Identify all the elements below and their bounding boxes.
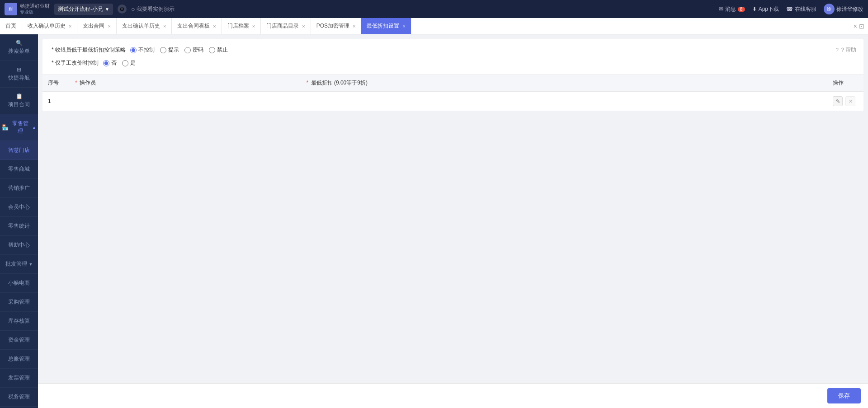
policy-no-control-input[interactable] [130, 47, 137, 53]
sidebar-member-center-label: 会员中心 [8, 203, 30, 211]
sidebar-search-label: 搜索菜单 [8, 47, 30, 55]
tab-payment-board-close[interactable]: × [213, 23, 216, 29]
tab-store-file[interactable]: 门店档案 × [222, 18, 261, 34]
message-icon: ✉ [719, 6, 723, 12]
sidebar-item-invoice-mgmt[interactable]: 发票管理 [0, 369, 38, 388]
tab-income-confirm[interactable]: 收入确认单历史 × [22, 18, 77, 34]
manual-no[interactable]: 否 [103, 59, 117, 67]
policy-forbidden[interactable]: 禁止 [209, 46, 228, 54]
logo-text-1: 畅捷通好业财 [20, 3, 50, 9]
tab-expand-icon[interactable]: ⊡ [859, 23, 864, 30]
top-bar-right: ✉ 消息 8 ⬇ App下载 ☎ 在线客服 徐 徐泽华修改 [719, 4, 863, 14]
sidebar-item-marketing[interactable]: 营销推广 [0, 179, 38, 198]
cell-operator [70, 92, 301, 111]
tab-payment-confirm-close[interactable]: × [163, 23, 166, 29]
policy-no-control[interactable]: 不控制 [130, 46, 155, 54]
policy-password-input[interactable] [184, 47, 191, 53]
tab-store-product-label: 门店商品目录 [266, 22, 299, 30]
policy-radio-group: 不控制 提示 密码 禁 [130, 46, 228, 54]
sidebar-help-center-label: 帮助中心 [8, 241, 30, 249]
sidebar-item-retail-mgmt[interactable]: 🏪 零售管理 ▲ [0, 114, 38, 141]
tab-income-confirm-close[interactable]: × [69, 23, 71, 29]
sidebar-item-member-center[interactable]: 会员中心 [0, 198, 38, 217]
form-section: * 收银员低于最低折扣控制策略 不控制 提示 [42, 39, 863, 75]
manual-yes-input[interactable] [122, 60, 128, 66]
messages-item[interactable]: ✉ 消息 8 [719, 5, 745, 13]
tab-store-product[interactable]: 门店商品目录 × [261, 18, 311, 34]
sidebar-tax-mgmt-label: 税务管理 [8, 393, 30, 401]
tab-payment-confirm-label: 支出确认单历史 [122, 22, 160, 30]
sidebar-item-retail-stats[interactable]: 零售统计 [0, 217, 38, 236]
data-table: 序号 * 操作员 * 最低折扣 (9.00等于9折) 操作 [42, 75, 863, 111]
sidebar-item-inventory[interactable]: 库存核算 [0, 312, 38, 331]
gear-icon[interactable]: ⚙ [118, 5, 127, 14]
sidebar-item-ledger[interactable]: 总账管理 [0, 350, 38, 369]
sidebar-item-tax-mgmt[interactable]: 税务管理 [0, 388, 38, 407]
policy-tip[interactable]: 提示 [160, 46, 179, 54]
message-badge: 8 [738, 7, 745, 12]
sidebar-item-search[interactable]: 🔍 搜索菜单 [0, 34, 38, 61]
policy-tip-label: 提示 [168, 46, 179, 54]
tab-payment-contract-label: 支出合同 [83, 22, 104, 30]
help-label: ？帮助 [840, 46, 856, 54]
sidebar-item-batch-mgmt[interactable]: 批发管理 ▼ [0, 255, 38, 274]
policy-label: * 收银员低于最低折扣控制策略 [52, 46, 126, 54]
help-link[interactable]: ? ？帮助 [835, 46, 856, 54]
tab-payment-board[interactable]: 支出合同看板 × [172, 18, 222, 34]
sidebar-inventory-label: 库存核算 [8, 317, 30, 325]
sidebar-item-capital-mgmt[interactable]: 资金管理 [0, 331, 38, 350]
tab-payment-confirm[interactable]: 支出确认单历史 × [117, 18, 172, 34]
sidebar-item-ecommerce[interactable]: 小畅电商 [0, 274, 38, 293]
headset-icon: ☎ [786, 6, 793, 12]
tab-pos-password-close[interactable]: × [353, 23, 355, 29]
sidebar: 🔍 搜索菜单 ⊞ 快捷导航 📋 项目合同 🏪 零售管理 ▲ 智慧门店 零售商城 … [0, 34, 38, 408]
sidebar-marketing-label: 营销推广 [8, 184, 30, 192]
policy-forbidden-input[interactable] [209, 47, 215, 53]
sidebar-retail-mall-label: 零售商城 [8, 165, 30, 173]
policy-password[interactable]: 密码 [184, 46, 203, 54]
tab-home[interactable]: 首页 [0, 18, 22, 34]
policy-tip-input[interactable] [160, 47, 166, 53]
user-info-item[interactable]: 徐 徐泽华修改 [824, 4, 863, 14]
tab-bar: 首页 收入确认单历史 × 支出合同 × 支出确认单历史 × 支出合同看板 × 门… [0, 18, 868, 34]
messages-label: 消息 [725, 5, 736, 13]
col-header-seq: 序号 [42, 75, 70, 92]
col-header-action: 操作 [827, 75, 863, 92]
app-download-item[interactable]: ⬇ App下载 [752, 5, 779, 13]
tab-min-discount[interactable]: 最低折扣设置 × [361, 18, 411, 34]
sidebar-item-smart-store[interactable]: 智慧门店 [0, 141, 38, 160]
sidebar-retail-stats-label: 零售统计 [8, 222, 30, 230]
demo-link[interactable]: ○ 我要看实例演示 [131, 5, 175, 13]
policy-form-row: * 收银员低于最低折扣控制策略 不控制 提示 [52, 46, 228, 54]
logo-icon: 财 [5, 3, 17, 15]
sidebar-item-quick-nav[interactable]: ⊞ 快捷导航 [0, 61, 38, 88]
tab-close-all-icon[interactable]: × [854, 23, 857, 30]
manual-yes[interactable]: 是 [122, 59, 136, 67]
tab-payment-contract-close[interactable]: × [108, 23, 110, 29]
tab-pos-password[interactable]: POS加密管理 × [311, 18, 362, 34]
sidebar-item-project-contract[interactable]: 📋 项目合同 [0, 88, 38, 114]
page-content: * 收银员低于最低折扣控制策略 不控制 提示 [42, 39, 863, 111]
delete-row-button[interactable]: ✕ [845, 96, 855, 106]
cell-action: ✎ ✕ [827, 92, 863, 111]
sidebar-item-retail-mall[interactable]: 零售商城 [0, 160, 38, 179]
tab-min-discount-close[interactable]: × [402, 23, 405, 29]
edit-row-button[interactable]: ✎ [833, 96, 843, 106]
online-service-item[interactable]: ☎ 在线客服 [786, 5, 816, 13]
project-selector[interactable]: 测试分开流程-小兄 ▼ [54, 4, 113, 15]
table-header: 序号 * 操作员 * 最低折扣 (9.00等于9折) 操作 [42, 75, 863, 92]
manual-no-input[interactable] [103, 60, 109, 66]
table-section: 序号 * 操作员 * 最低折扣 (9.00等于9折) 操作 [42, 75, 863, 111]
app-download-label: App下载 [759, 5, 779, 13]
tab-payment-contract[interactable]: 支出合同 × [77, 18, 116, 34]
tab-store-file-close[interactable]: × [252, 23, 255, 29]
sidebar-item-help-center[interactable]: 帮助中心 [0, 236, 38, 255]
tab-store-product-close[interactable]: × [302, 23, 305, 29]
policy-forbidden-label: 禁止 [217, 46, 228, 54]
user-name: 徐泽华修改 [836, 5, 863, 13]
sidebar-batch-mgmt-label: 批发管理 [5, 260, 27, 268]
sidebar-invoice-mgmt-label: 发票管理 [8, 374, 30, 382]
sidebar-item-purchase-mgmt[interactable]: 采购管理 [0, 293, 38, 312]
chevron-down-icon: ▼ [105, 7, 109, 12]
save-button[interactable]: 保存 [827, 388, 861, 403]
